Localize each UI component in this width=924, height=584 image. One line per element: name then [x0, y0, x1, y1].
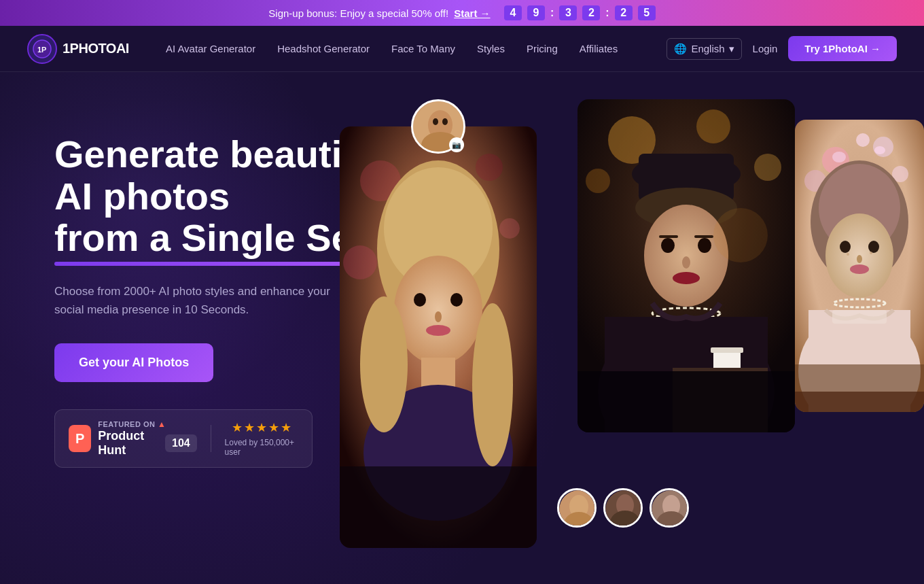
nav-affiliates[interactable]: Affiliates [570, 37, 627, 60]
logo-icon: 1P [27, 34, 57, 64]
navbar: 1P 1PHOTOAI AI Avatar Generator Headshot… [0, 26, 924, 72]
svg-point-53 [832, 152, 846, 162]
svg-rect-43 [711, 347, 743, 353]
star3: ★ [256, 420, 267, 435]
svg-point-27 [754, 154, 781, 181]
nav-ai-avatar[interactable]: AI Avatar Generator [156, 37, 265, 60]
triangle-up-icon: ▲ [158, 419, 166, 429]
timer-d3: 3 [559, 5, 577, 20]
nav-face-to-many[interactable]: Face To Many [382, 37, 465, 60]
svg-point-5 [433, 118, 438, 125]
avatar-row [557, 488, 689, 528]
ph-divider [211, 425, 211, 452]
cta-button[interactable]: Get your AI Photos [54, 343, 213, 382]
svg-point-49 [873, 137, 893, 157]
svg-point-58 [840, 241, 851, 253]
try-button[interactable]: Try 1PhotoAI → [788, 36, 897, 61]
globe-icon: 🌐 [674, 43, 687, 55]
svg-rect-67 [832, 310, 887, 324]
chevron-down-icon: ▾ [729, 43, 734, 55]
ph-icon: P [69, 425, 91, 452]
ph-loved-text: Loved by 150,000+ user [225, 438, 298, 457]
svg-point-34 [698, 238, 711, 253]
timer-d6: 5 [638, 5, 656, 20]
login-button[interactable]: Login [753, 43, 778, 54]
svg-point-33 [661, 238, 675, 253]
svg-point-14 [394, 256, 482, 364]
ph-title: Product Hunt [98, 429, 156, 458]
ph-featured-on: FEATURED ON ▲ [98, 419, 196, 429]
selfie-avatar-wrapper: 📷 [411, 99, 465, 154]
ph-left: P FEATURED ON ▲ Product Hunt 104 [69, 419, 197, 458]
hero-images-right [578, 99, 924, 432]
nav-styles[interactable]: Styles [467, 37, 514, 60]
logo-text: 1PHOTOAI [63, 41, 129, 56]
ph-stars: ★ ★ ★ ★ ★ Loved by 150,000+ user [225, 420, 298, 457]
svg-point-9 [476, 154, 503, 181]
timer-colon2: : [550, 7, 554, 19]
nav-headshot[interactable]: Headshot Generator [268, 37, 379, 60]
avatar-small-1[interactable] [557, 488, 597, 528]
banner-text: Sign-up bonus: Enjoy a special 50% off! [268, 7, 448, 19]
timer-colon1 [496, 7, 499, 19]
svg-point-18 [426, 325, 450, 336]
svg-rect-23 [340, 466, 537, 548]
svg-point-46 [713, 208, 768, 262]
star4: ★ [268, 420, 279, 435]
svg-rect-69 [795, 392, 924, 412]
ai-side-image [795, 120, 924, 412]
svg-rect-36 [694, 235, 713, 238]
svg-point-60 [857, 255, 862, 263]
svg-point-64 [870, 252, 872, 254]
svg-point-63 [847, 253, 849, 256]
banner-start-link[interactable]: Start → [454, 7, 490, 19]
nav-right: 🌐 English ▾ Login Try 1PhotoAI → [667, 36, 897, 61]
svg-rect-45 [578, 371, 795, 432]
hero-subtitle: Choose from 2000+ AI photo styles and en… [54, 282, 340, 319]
star5: ★ [281, 420, 291, 435]
lang-label: English [691, 43, 724, 54]
ph-count: 104 [165, 434, 197, 452]
hero-section: Generate beautiful AI photos from a Sing… [0, 72, 924, 584]
svg-point-28 [586, 169, 610, 193]
svg-point-6 [442, 118, 448, 125]
top-banner: Sign-up bonus: Enjoy a special 50% off! … [0, 0, 924, 26]
timer-d5: 2 [615, 5, 633, 20]
svg-point-61 [850, 264, 869, 274]
logo[interactable]: 1P 1PHOTOAI [27, 34, 129, 64]
svg-point-59 [868, 241, 879, 253]
ph-text: FEATURED ON ▲ Product Hunt 104 [98, 419, 196, 458]
language-selector[interactable]: 🌐 English ▾ [667, 38, 741, 60]
svg-point-37 [682, 256, 690, 269]
stars-row: ★ ★ ★ ★ ★ [232, 420, 291, 435]
avatar-small-3[interactable] [650, 488, 689, 528]
svg-point-52 [856, 133, 870, 147]
selfie-image [340, 126, 537, 548]
svg-point-17 [435, 311, 442, 322]
timer-colon3: : [605, 7, 609, 19]
svg-point-21 [360, 296, 408, 432]
hero-title-line1: Generate beautiful AI photos [54, 133, 389, 218]
svg-point-54 [874, 146, 885, 154]
svg-point-26 [696, 109, 730, 143]
svg-point-10 [499, 218, 520, 239]
svg-point-38 [673, 272, 700, 284]
camera-icon: 📷 [449, 137, 464, 152]
svg-point-16 [450, 293, 463, 307]
nav-links: AI Avatar Generator Headshot Generator F… [156, 37, 667, 60]
svg-point-15 [414, 293, 426, 307]
svg-text:1P: 1P [37, 46, 46, 54]
product-hunt-badge: P FEATURED ON ▲ Product Hunt 104 ★ [54, 409, 313, 468]
star1: ★ [232, 420, 243, 435]
ph-p-icon: P [75, 431, 84, 447]
timer-d4: 2 [582, 5, 600, 20]
svg-point-11 [343, 245, 377, 279]
selfie-container: 📷 [340, 99, 537, 548]
svg-point-22 [472, 303, 513, 466]
timer-d2: 9 [527, 5, 545, 20]
svg-rect-35 [659, 235, 678, 238]
ai-main-image [578, 99, 795, 432]
nav-pricing[interactable]: Pricing [517, 37, 567, 60]
timer-d1: 4 [504, 5, 522, 20]
avatar-small-2[interactable] [603, 488, 643, 528]
